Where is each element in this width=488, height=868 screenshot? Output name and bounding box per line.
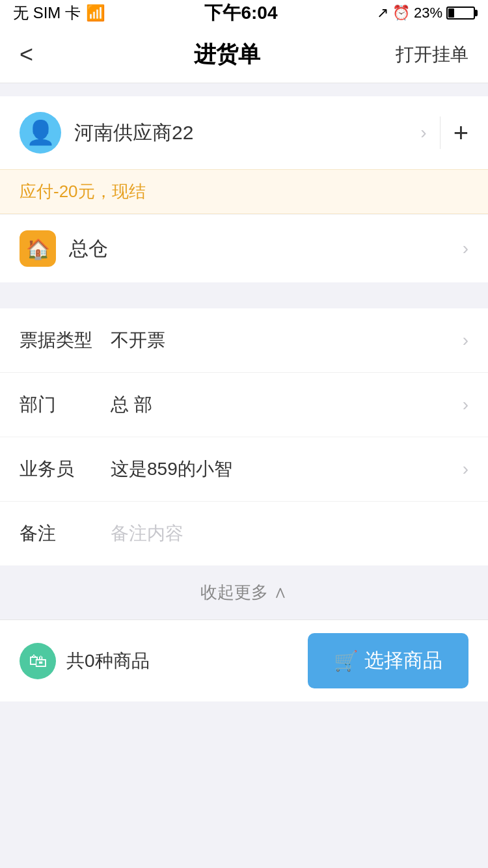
sales-label: 业务员 [20,457,111,481]
collapse-row[interactable]: 收起更多 ∧ [0,565,488,619]
supplier-avatar: 👤 [20,112,61,154]
invoice-value: 不开票 [111,328,463,353]
remark-input[interactable]: 备注内容 [111,521,468,546]
nav-bar: < 进货单 打开挂单 [0,26,488,83]
back-button[interactable]: < [20,41,59,68]
page-title: 进货单 [194,40,260,70]
supplier-arrow-icon: › [420,122,426,143]
warehouse-row[interactable]: 🏠 总仓 › [0,214,488,282]
sales-row[interactable]: 业务员 这是859的小智 › [0,437,488,502]
divider-mid [0,282,488,295]
add-button[interactable]: + [454,118,468,148]
invoice-arrow-icon: › [463,330,468,351]
invoice-row[interactable]: 票据类型 不开票 › [0,308,488,373]
warehouse-icon: 🏠 [20,230,56,267]
person-icon: 👤 [26,119,55,146]
supplier-vertical-divider [440,116,441,149]
notice-text: 应付-20元，现结 [20,182,146,201]
status-bar: 无 SIM 卡 📶 下午6:04 ↗ ⏰ 23% [0,0,488,26]
product-icon: 🛍 [20,643,56,679]
status-time: 下午6:04 [204,1,277,25]
notice-banner: 应付-20元，现结 [0,169,488,214]
open-pending-button[interactable]: 打开挂单 [396,42,468,67]
invoice-label: 票据类型 [20,328,111,353]
select-product-button[interactable]: 🛒 选择商品 [308,633,468,688]
product-count-area: 🛍 共0种商品 [20,643,150,679]
carrier-label: 无 SIM 卡 [13,3,81,23]
dept-row[interactable]: 部门 总 部 › [0,373,488,437]
supplier-section: 👤 河南供应商22 › + 应付-20元，现结 🏠 总仓 › [0,96,488,282]
alarm-icon: ⏰ [392,5,410,21]
dept-arrow-icon: › [463,394,468,415]
wifi-icon: 📶 [86,4,105,22]
warehouse-arrow-icon: › [463,238,468,259]
select-btn-label: 选择商品 [364,647,442,674]
select-icon: 🛒 [334,649,358,672]
dept-label: 部门 [20,392,111,417]
battery-label: 23% [414,5,442,21]
remark-row[interactable]: 备注 备注内容 [0,502,488,565]
bottom-bar: 🛍 共0种商品 🛒 选择商品 [0,619,488,701]
battery-icon [446,7,475,20]
product-count-text: 共0种商品 [66,649,150,673]
warehouse-name: 总仓 [69,236,463,262]
house-icon: 🏠 [26,237,50,260]
form-section: 票据类型 不开票 › 部门 总 部 › 业务员 这是859的小智 › 备注 备注… [0,308,488,565]
status-left: 无 SIM 卡 📶 [13,3,105,23]
supplier-row[interactable]: 👤 河南供应商22 › + [0,96,488,169]
supplier-name: 河南供应商22 [74,120,420,146]
collapse-button[interactable]: 收起更多 ∧ [200,581,287,604]
page-background [0,701,488,868]
shopping-bag-icon: 🛍 [29,650,47,671]
sales-value: 这是859的小智 [111,457,463,481]
sales-arrow-icon: › [463,459,468,480]
status-right: ↗ ⏰ 23% [377,5,475,21]
dept-value: 总 部 [111,392,463,417]
divider-top [0,83,488,96]
location-icon: ↗ [377,5,388,21]
remark-label: 备注 [20,521,111,546]
